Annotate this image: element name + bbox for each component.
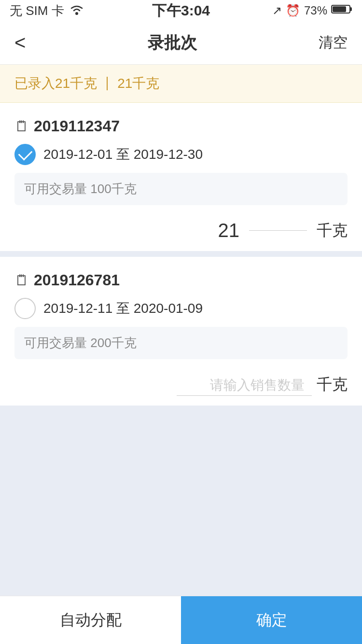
batch-input-row-1: 21 千克 xyxy=(0,215,362,251)
batch-input-row-2: 千克 xyxy=(0,369,362,406)
separator-1 xyxy=(0,251,362,257)
recorded-value: 21千克 xyxy=(117,74,159,93)
batch-id-1: 2019112347 xyxy=(34,117,120,135)
recorded-label: 已录入21千克 xyxy=(14,74,97,93)
battery-icon xyxy=(331,4,352,17)
status-right: ↗ ⏰ 73% xyxy=(272,4,352,17)
content-area: 🗒 2019112347 2019-12-01 至 2019-12-30 可用交… xyxy=(0,103,362,644)
status-left: 无 SIM 卡 xyxy=(10,2,84,19)
info-banner: 已录入21千克 21千克 xyxy=(0,65,362,103)
auto-distribute-button[interactable]: 自动分配 xyxy=(0,596,181,644)
clear-button[interactable]: 清空 xyxy=(319,33,348,53)
sim-status: 无 SIM 卡 xyxy=(10,2,64,19)
battery-percent: 73% xyxy=(304,4,327,17)
separator-2 xyxy=(0,406,362,411)
svg-rect-2 xyxy=(350,7,352,11)
alarm-icon: ⏰ xyxy=(286,4,300,17)
batch-amount-1: 21 xyxy=(218,220,240,241)
batch-date-1: 2019-12-01 至 2019-12-30 xyxy=(43,145,203,164)
batch-card-2: 🗒 2019126781 2019-12-11 至 2020-01-09 可用交… xyxy=(0,257,362,406)
batch-unit-2: 千克 xyxy=(317,374,348,395)
batch-row-1[interactable]: 2019-12-01 至 2019-12-30 xyxy=(0,140,362,169)
nav-bar: < 录批次 清空 xyxy=(0,21,362,65)
status-time: 下午3:04 xyxy=(152,1,210,21)
confirm-button[interactable]: 确定 xyxy=(181,596,362,644)
svg-point-0 xyxy=(75,12,78,15)
batch-icon-2: 🗒 xyxy=(14,272,29,289)
radio-unchecked-2[interactable] xyxy=(14,298,36,319)
info-divider xyxy=(107,77,108,90)
batch-row-2[interactable]: 2019-12-11 至 2020-01-09 xyxy=(0,294,362,323)
batch-available-2: 可用交易量 200千克 xyxy=(14,327,348,359)
status-bar: 无 SIM 卡 下午3:04 ↗ ⏰ 73% xyxy=(0,0,362,21)
batch-card-1: 🗒 2019112347 2019-12-01 至 2019-12-30 可用交… xyxy=(0,103,362,251)
wifi-icon xyxy=(69,3,84,18)
bottom-bar: 自动分配 确定 xyxy=(0,596,362,644)
batch-header-2: 🗒 2019126781 xyxy=(0,257,362,294)
empty-area xyxy=(0,411,362,604)
batch-available-1: 可用交易量 100千克 xyxy=(14,173,348,205)
batch-icon-1: 🗒 xyxy=(14,118,29,135)
batch-quantity-input-2[interactable] xyxy=(177,374,312,396)
location-icon: ↗ xyxy=(272,4,282,17)
radio-checked-1[interactable] xyxy=(14,144,36,165)
batch-date-2: 2019-12-11 至 2020-01-09 xyxy=(43,299,203,318)
batch-id-2: 2019126781 xyxy=(34,271,120,289)
batch-unit-1: 千克 xyxy=(317,220,348,241)
back-button[interactable]: < xyxy=(14,32,26,54)
svg-rect-3 xyxy=(333,6,346,12)
page-title: 录批次 xyxy=(148,32,197,54)
batch-header-1: 🗒 2019112347 xyxy=(0,103,362,140)
